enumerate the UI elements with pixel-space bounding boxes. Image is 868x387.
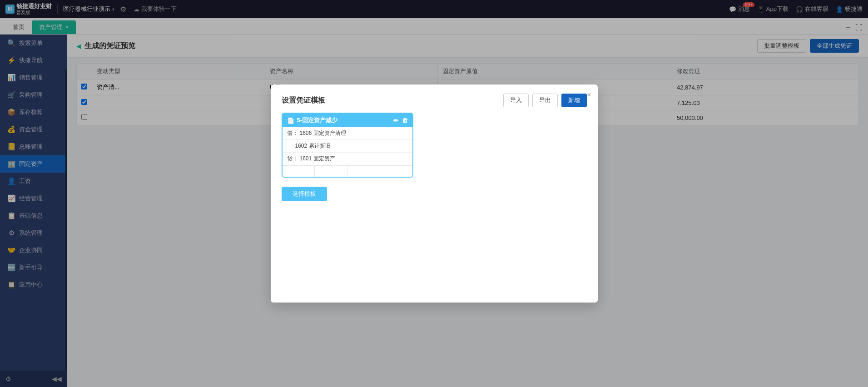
new-template-button[interactable]: 新增 [561, 94, 587, 107]
credit-row-0: 1601 固定资产 [300, 155, 335, 163]
debit-row-0: 1606 固定资产清理 [300, 129, 346, 137]
modal-header-actions: 导入 导出 新增 [503, 94, 587, 107]
footer-cell-3 [347, 166, 380, 177]
template-name: 5-固定资产减少 [297, 116, 338, 124]
template-card-header: 📄 5-固定资产减少 ✏ 🗑 [283, 114, 412, 127]
debit-label-row: 借： 1606 固定资产清理 [283, 127, 412, 140]
import-button[interactable]: 导入 [503, 94, 529, 107]
template-card-body: 借： 1606 固定资产清理 1602 累计折旧 贷： 1601 固定资产 [283, 127, 412, 177]
modal-set-template: × 设置凭证模板 导入 导出 新增 📄 5-固定资产减少 [271, 84, 598, 303]
footer-cell-1 [283, 166, 315, 177]
select-template-button[interactable]: 选择模板 [282, 187, 327, 201]
template-card: 📄 5-固定资产减少 ✏ 🗑 借： 1606 固定资产清理 [282, 113, 413, 178]
modal-overlay: × 设置凭证模板 导入 导出 新增 📄 5-固定资产减少 [0, 35, 868, 387]
debit-row-1-label: 1602 累计折旧 [295, 142, 331, 150]
template-card-footer [283, 165, 412, 177]
modal-close-button[interactable]: × [587, 91, 591, 99]
debit-row-1: 1602 累计折旧 [283, 140, 412, 153]
credit-label: 贷： [287, 155, 298, 163]
template-card-actions: ✏ 🗑 [393, 117, 408, 124]
footer-cell-2 [315, 166, 347, 177]
debit-label: 借： [287, 129, 298, 137]
template-edit-icon[interactable]: ✏ [393, 117, 398, 124]
modal-title: 设置凭证模板 [282, 96, 325, 105]
modal-body: 📄 5-固定资产减少 ✏ 🗑 借： 1606 固定资产清理 [271, 113, 598, 303]
export-button[interactable]: 导出 [532, 94, 558, 107]
footer-cell-4 [380, 166, 412, 177]
template-header-icon: 📄 [287, 117, 294, 124]
modal-header: 设置凭证模板 导入 导出 新增 [271, 84, 598, 113]
credit-label-row: 贷： 1601 固定资产 [283, 153, 412, 165]
template-delete-icon[interactable]: 🗑 [402, 117, 408, 124]
